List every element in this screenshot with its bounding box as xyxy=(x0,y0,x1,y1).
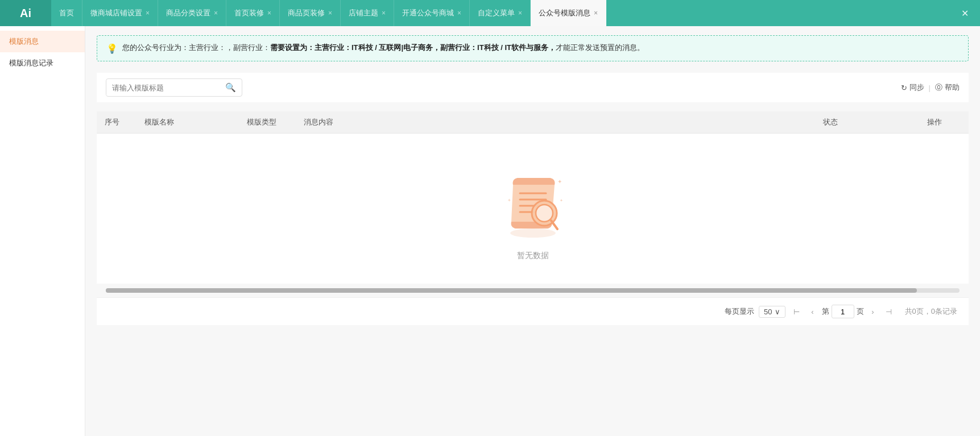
last-page-button[interactable]: ⊣ xyxy=(882,305,896,318)
next-page-button[interactable]: › xyxy=(866,305,880,318)
help-button[interactable]: ⓪ 帮助 xyxy=(935,82,960,93)
nav-tab-5[interactable]: 店铺主题× xyxy=(341,0,394,26)
page-input[interactable] xyxy=(832,305,854,318)
table-header-2: 模版类型 xyxy=(239,111,296,134)
table-header-1: 模版名称 xyxy=(137,111,239,134)
search-input[interactable] xyxy=(106,80,220,95)
nav-tabs: 首页微商城店铺设置×商品分类设置×首页装修×商品页装修×店铺主题×开通公众号商城… xyxy=(51,0,956,26)
nav-tab-4[interactable]: 商品页装修× xyxy=(280,0,341,26)
nav-tab-close-5[interactable]: × xyxy=(382,9,386,17)
svg-text:✦: ✦ xyxy=(560,198,563,202)
nav-tab-close-6[interactable]: × xyxy=(457,9,461,17)
empty-text: 暂无数据 xyxy=(517,251,549,261)
page-unit: 页 xyxy=(857,306,864,317)
top-nav: Ai 首页微商城店铺设置×商品分类设置×首页装修×商品页装修×店铺主题×开通公众… xyxy=(0,0,980,26)
empty-illustration: ✦ ✦ ✦ xyxy=(496,168,570,242)
svg-point-0 xyxy=(510,229,556,238)
data-table: 序号模版名称模版类型消息内容状态操作 xyxy=(97,111,969,284)
prev-page-button[interactable]: ‹ xyxy=(806,305,820,318)
divider: | xyxy=(929,84,931,92)
page-size-label: 每页显示 xyxy=(725,306,754,317)
sync-icon: ↻ xyxy=(901,84,907,92)
search-input-wrap[interactable]: 🔍 xyxy=(106,78,242,97)
nav-tab-close-7[interactable]: × xyxy=(518,9,522,17)
help-icon: ⓪ xyxy=(935,82,942,93)
nav-tab-close-8[interactable]: × xyxy=(594,9,598,17)
empty-state: ✦ ✦ ✦ 暂无数据 xyxy=(97,134,969,284)
nav-tab-close-4[interactable]: × xyxy=(328,9,332,17)
sidebar-item-1[interactable]: 模版消息记录 xyxy=(0,52,85,74)
nav-tab-2[interactable]: 商品分类设置× xyxy=(158,0,226,26)
svg-text:✦: ✦ xyxy=(507,198,511,203)
nav-tab-6[interactable]: 开通公众号商城× xyxy=(394,0,470,26)
scroll-thumb[interactable] xyxy=(106,288,917,293)
nav-tab-3[interactable]: 首页装修× xyxy=(226,0,280,26)
table-header-5: 操作 xyxy=(900,111,969,134)
right-actions: ↻ 同步 | ⓪ 帮助 xyxy=(901,82,960,93)
svg-text:✦: ✦ xyxy=(557,178,562,185)
nav-tab-1[interactable]: 微商城店铺设置× xyxy=(82,0,158,26)
table-header-3: 消息内容 xyxy=(296,111,815,134)
nav-tab-8[interactable]: 公众号模版消息× xyxy=(531,0,606,26)
first-page-button[interactable]: ⊢ xyxy=(790,305,804,318)
page-label: 第 xyxy=(822,306,829,317)
page-size-value: 50 xyxy=(764,308,772,316)
sidebar: 模版消息模版消息记录 xyxy=(0,26,85,436)
brand-logo: Ai xyxy=(0,0,51,26)
notice-icon: 💡 xyxy=(106,43,118,54)
table-header-0: 序号 xyxy=(97,111,137,134)
table-header-row: 序号模版名称模版类型消息内容状态操作 xyxy=(97,111,969,134)
total-text: 共0页，0条记录 xyxy=(905,306,957,317)
sync-button[interactable]: ↻ 同步 xyxy=(901,82,924,93)
table-header-4: 状态 xyxy=(815,111,900,134)
notice-banner: 💡 您的公众号行业为：主营行业：，副营行业：需要设置为：主营行业：IT科技 / … xyxy=(97,35,969,61)
nav-tab-7[interactable]: 自定义菜单× xyxy=(470,0,531,26)
main-layout: 模版消息模版消息记录 💡 您的公众号行业为：主营行业：，副营行业：需要设置为：主… xyxy=(0,26,980,436)
empty-state-row: ✦ ✦ ✦ 暂无数据 xyxy=(97,134,969,284)
nav-tab-0[interactable]: 首页 xyxy=(51,0,82,26)
sidebar-item-0[interactable]: 模版消息 xyxy=(0,31,85,52)
nav-tab-close-2[interactable]: × xyxy=(214,9,218,17)
page-size-dropdown-icon: ∨ xyxy=(775,308,780,316)
content-area: 💡 您的公众号行业为：主营行业：，副营行业：需要设置为：主营行业：IT科技 / … xyxy=(85,26,980,436)
close-all-button[interactable]: ✕ xyxy=(956,8,974,19)
table-wrap: 序号模版名称模版类型消息内容状态操作 xyxy=(97,111,969,284)
horizontal-scrollbar[interactable] xyxy=(106,288,960,293)
notice-text: 您的公众号行业为：主营行业：，副营行业：需要设置为：主营行业：IT科技 / 互联… xyxy=(122,43,644,53)
nav-tab-close-3[interactable]: × xyxy=(267,9,271,17)
pagination-nav: ⊢ ‹ 第 页 › ⊣ xyxy=(790,305,896,318)
search-button[interactable]: 🔍 xyxy=(220,79,242,96)
search-bar: 🔍 ↻ 同步 | ⓪ 帮助 xyxy=(97,73,969,102)
page-size-select[interactable]: 50 ∨ xyxy=(759,306,785,318)
pagination: 每页显示 50 ∨ ⊢ ‹ 第 页 › ⊣ 共0页，0条记录 xyxy=(97,297,969,325)
nav-tab-close-1[interactable]: × xyxy=(146,9,150,17)
